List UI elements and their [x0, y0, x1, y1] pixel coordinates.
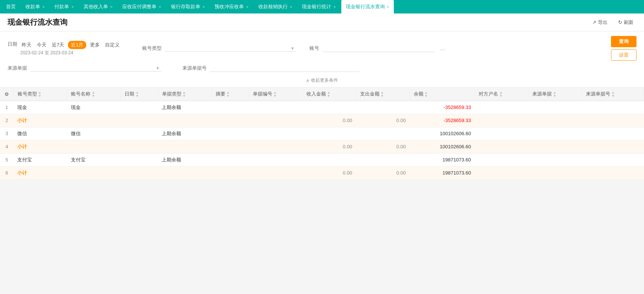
nav-item-4[interactable]: 应收应付调整单× [118, 0, 165, 13]
table-row: 2小计0.000.00-3528659.33 [0, 114, 644, 127]
collapse-row: ∧ 收起更多条件 [8, 76, 636, 84]
nav-item-7[interactable]: 收款核销执行× [254, 0, 297, 13]
query-button[interactable]: 查询 [611, 36, 636, 47]
cell-summary [212, 127, 249, 140]
cell-income [302, 127, 356, 140]
cell-account_type: 小计 [14, 166, 67, 179]
filter-area: 日期 昨天今天近7天近1月更多自定义 2023-02-24 至 2023-03-… [0, 31, 644, 88]
nav-close-icon-5[interactable]: × [203, 4, 205, 9]
date-option-5[interactable]: 自定义 [104, 41, 121, 49]
cell-income: 0.00 [302, 114, 356, 127]
account-type-chevron-icon: ▼ [291, 46, 295, 51]
cell-doc_type: 上期余额 [158, 153, 212, 166]
nav-close-icon-6[interactable]: × [246, 4, 248, 9]
cell-source_doc [528, 166, 582, 179]
col-header-doc_no: 单据编号▲▼ [249, 88, 302, 101]
cell-index: 1 [0, 101, 14, 114]
sort-icon-income[interactable]: ▲▼ [327, 91, 330, 98]
nav-close-icon-9[interactable]: × [387, 4, 389, 9]
sort-icon-date[interactable]: ▲▼ [135, 91, 139, 98]
nav-item-8[interactable]: 现金银行统计× [297, 0, 340, 13]
export-button[interactable]: ↗ 导出 [589, 18, 611, 27]
col-header-settings[interactable]: ⚙ [0, 88, 14, 101]
cell-source_doc_no [582, 127, 644, 140]
source-doc-group: 来源单据 ▼ [8, 65, 161, 72]
cell-income: 0.00 [302, 166, 356, 179]
sort-icon-balance[interactable]: ▲▼ [425, 91, 428, 98]
nav-close-icon-1[interactable]: × [42, 4, 45, 9]
nav-item-0[interactable]: 首页 [2, 0, 20, 13]
data-table: ⚙账号类型▲▼账号名称▲▼日期▲▼单据类型▲▼摘要▲▼单据编号▲▼收入金额▲▼支… [0, 88, 644, 180]
sort-icon-expense[interactable]: ▲▼ [381, 91, 384, 98]
nav-close-icon-8[interactable]: × [333, 4, 336, 9]
cell-date [121, 114, 158, 127]
nav-close-icon-4[interactable]: × [159, 4, 161, 9]
account-type-select[interactable]: ▼ [165, 45, 296, 52]
cell-account_type: 小计 [14, 140, 67, 153]
collapse-button[interactable]: ∧ 收起更多条件 [306, 77, 338, 84]
cell-counterpart [475, 101, 528, 114]
cell-doc_type [158, 166, 212, 179]
nav-item-2[interactable]: 付款单× [50, 0, 78, 13]
cell-source_doc_no [582, 166, 644, 179]
cell-expense: 0.00 [356, 140, 410, 153]
cell-account_name [67, 114, 121, 127]
cell-expense [356, 127, 410, 140]
cell-account_name [67, 140, 121, 153]
cell-date [121, 140, 158, 153]
account-input[interactable] [322, 45, 435, 52]
date-option-0[interactable]: 昨天 [20, 41, 33, 49]
sort-icon-summary[interactable]: ▲▼ [227, 91, 230, 98]
account-dots[interactable]: ... [438, 44, 447, 52]
cell-account_type: 微信 [14, 127, 67, 140]
cell-expense [356, 101, 410, 114]
cell-doc_type: 上期余额 [158, 127, 212, 140]
table-row: 5支付宝支付宝上期余额19871073.60 [0, 153, 644, 166]
cell-doc_type [158, 114, 212, 127]
cell-date [121, 153, 158, 166]
sort-icon-source_doc_no[interactable]: ▲▼ [611, 91, 615, 98]
cell-source_doc_no [582, 153, 644, 166]
source-doc-label: 来源单据 [8, 65, 27, 72]
cell-source_doc_no [582, 101, 644, 114]
sort-icon-counterpart[interactable]: ▲▼ [499, 91, 503, 98]
date-option-1[interactable]: 今天 [35, 41, 48, 49]
nav-close-icon-2[interactable]: × [71, 4, 74, 9]
nav-item-1[interactable]: 收款单× [21, 0, 49, 13]
date-option-4[interactable]: 更多 [89, 41, 101, 49]
source-doc-num-input[interactable] [210, 64, 360, 72]
sort-icon-source_doc[interactable]: ▲▼ [553, 91, 556, 98]
nav-item-6[interactable]: 预收冲应收单× [210, 0, 253, 13]
cell-date [121, 127, 158, 140]
sort-icon-account_name[interactable]: ▲▼ [92, 91, 95, 98]
col-header-summary: 摘要▲▼ [212, 88, 249, 101]
nav-item-5[interactable]: 银行存取款单× [167, 0, 209, 13]
col-header-expense: 支出金额▲▼ [356, 88, 410, 101]
cell-expense [356, 153, 410, 166]
source-doc-select[interactable]: ▼ [30, 65, 161, 72]
table-body: 1现金现金上期余额-3528659.332小计0.000.00-3528659.… [0, 101, 644, 179]
sort-icon-account_type[interactable]: ▲▼ [38, 91, 42, 98]
cell-doc_no [249, 101, 302, 114]
cell-doc_no [249, 114, 302, 127]
nav-item-9[interactable]: 现金银行流水查询× [341, 0, 394, 13]
account-label: 账号 [309, 45, 319, 52]
sort-icon-doc_no[interactable]: ▲▼ [273, 91, 277, 98]
nav-item-3[interactable]: 其他收入单× [79, 0, 117, 13]
refresh-button[interactable]: ↻ 刷新 [615, 18, 636, 27]
cell-source_doc [528, 114, 582, 127]
cell-balance: 19871073.60 [410, 153, 475, 166]
cell-index: 2 [0, 114, 14, 127]
cell-source_doc_no [582, 140, 644, 153]
account-type-group: 账号类型 ▼ [142, 45, 296, 52]
sort-icon-doc_type[interactable]: ▲▼ [183, 91, 186, 98]
setting-button[interactable]: 设置 [611, 49, 636, 61]
collapse-up-icon: ∧ [306, 78, 309, 83]
date-option-2[interactable]: 近7天 [50, 41, 66, 49]
source-doc-chevron-icon: ▼ [156, 66, 160, 70]
nav-close-icon-3[interactable]: × [110, 4, 113, 9]
cell-source_doc [528, 127, 582, 140]
nav-close-icon-7[interactable]: × [290, 4, 292, 9]
date-option-3[interactable]: 近1月 [68, 41, 86, 49]
cell-summary [212, 153, 249, 166]
